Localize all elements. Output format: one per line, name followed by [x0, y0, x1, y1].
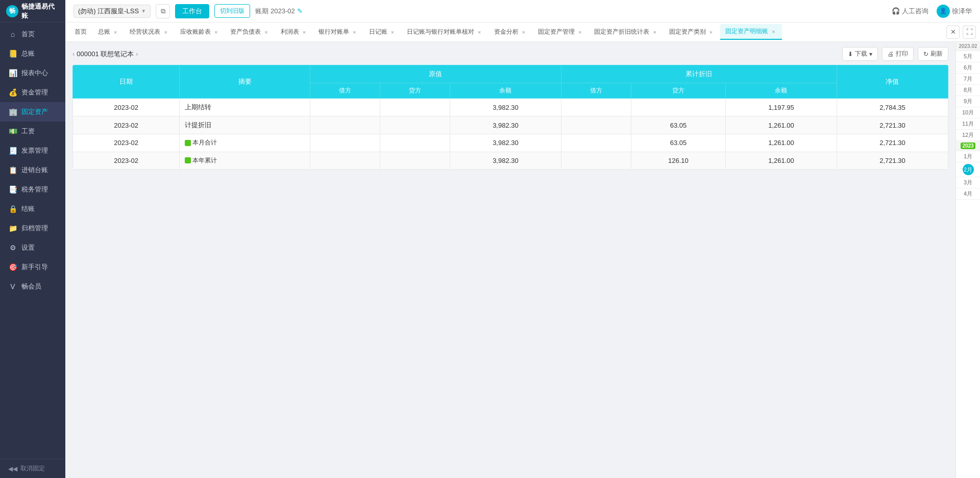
date-month-8[interactable]: 8月	[956, 85, 980, 96]
sidebar-item-archive[interactable]: 📁 归档管理	[0, 219, 65, 238]
date-month-1[interactable]: 1月	[956, 151, 980, 162]
date-month-9[interactable]: 9月	[956, 96, 980, 107]
download-btn[interactable]: ⬇ 下载 ▾	[842, 47, 878, 61]
cell-accum-balance: 1,261.00	[725, 134, 837, 152]
tab-ledger[interactable]: 总账 ×	[93, 25, 124, 39]
sidebar-label-sales: 进销台账	[21, 165, 48, 175]
tab-bank-close[interactable]: ×	[351, 29, 357, 36]
cell-orig-credit	[380, 99, 450, 116]
period-label: 账期	[255, 7, 268, 16]
sidebar-item-member[interactable]: V 畅会员	[0, 277, 65, 296]
cell-accum-credit: 63.05	[631, 134, 725, 152]
date-month-3[interactable]: 3月	[956, 177, 980, 188]
tab-capital-analysis-close[interactable]: ×	[521, 29, 527, 36]
cell-date: 2023-02	[73, 99, 180, 116]
date-month-12[interactable]: 12月	[956, 130, 980, 141]
sidebar-item-payroll[interactable]: 💵 工资	[0, 122, 65, 141]
sidebar-item-reports[interactable]: 📊 报表中心	[0, 63, 65, 83]
close-all-tabs-btn[interactable]: ✕	[946, 26, 960, 39]
breadcrumb-forward-btn[interactable]: ›	[136, 50, 138, 58]
date-month-5[interactable]: 5月	[956, 51, 980, 62]
cell-date: 2023-02	[73, 134, 180, 152]
tab-profit-close[interactable]: ×	[301, 29, 307, 36]
tab-fixed-mgmt-label: 固定资产管理	[538, 28, 575, 36]
sidebar-item-sales[interactable]: 📋 进销台账	[0, 160, 65, 180]
tabbar: 首页 总账 × 经营状况表 × 应收账龄表 × 资产负债表 × 利润表 × 银行…	[65, 22, 980, 42]
switch-version-button[interactable]: 切到旧版	[214, 4, 250, 18]
company-selector[interactable]: (勿动) 江西服皇-LSS ▼	[74, 5, 151, 18]
sidebar-item-close[interactable]: 🔒 结账	[0, 199, 65, 219]
date-month-4[interactable]: 4月	[956, 188, 980, 200]
sidebar-label-reports: 报表中心	[21, 68, 48, 78]
print-label: 打印	[896, 50, 908, 58]
date-year-2023: 2023	[956, 141, 980, 151]
tab-receivable[interactable]: 应收账龄表 ×	[175, 25, 224, 39]
guide-icon: 🎯	[8, 263, 17, 271]
tab-profit[interactable]: 利润表 ×	[276, 25, 312, 39]
tab-fixed-category-close[interactable]: ×	[708, 29, 714, 36]
user-menu[interactable]: 👤 徐泽华	[937, 5, 972, 18]
tab-business-close[interactable]: ×	[162, 29, 168, 36]
sidebar-label-capital: 资金管理	[21, 88, 48, 97]
tab-fixed-detail[interactable]: 固定资产明细账 ×	[720, 24, 781, 40]
sidebar-item-guide[interactable]: 🎯 新手引导	[0, 257, 65, 277]
sidebar-label-close: 结账	[21, 204, 35, 213]
sidebar-item-fixed-assets[interactable]: 🏢 固定资产	[0, 102, 65, 122]
sidebar-item-tax[interactable]: 📑 税务管理	[0, 180, 65, 199]
cell-accum-credit: 63.05	[631, 116, 725, 134]
tab-journal-close[interactable]: ×	[389, 29, 396, 36]
tab-fixed-mgmt-close[interactable]: ×	[577, 29, 583, 36]
sidebar-unpin-btn[interactable]: ◀◀ 取消固定	[0, 459, 65, 478]
tab-balance[interactable]: 资产负债表 ×	[225, 25, 274, 39]
tab-journal-bank[interactable]: 日记账与银行对账单核对 ×	[402, 25, 487, 39]
refresh-btn[interactable]: ↻ 刷新	[918, 47, 948, 61]
cell-net-value: 2,721.30	[837, 134, 948, 152]
table-row: 2023-02 上期结转 3,982.30 1,197.95 2,784.35	[73, 99, 948, 116]
sidebar-item-capital[interactable]: 💰 资金管理	[0, 83, 65, 102]
fullscreen-btn[interactable]: ⛶	[963, 26, 976, 39]
tab-fixed-category[interactable]: 固定资产类别 ×	[664, 25, 719, 39]
cell-summary: 计提折旧	[180, 116, 310, 134]
refresh-label: 刷新	[930, 50, 943, 58]
date-month-7[interactable]: 7月	[956, 74, 980, 85]
tab-ledger-close[interactable]: ×	[112, 29, 118, 36]
tab-journal[interactable]: 日记账 ×	[364, 25, 401, 39]
tab-home[interactable]: 首页	[69, 25, 92, 39]
sidebar-item-invoice[interactable]: 🧾 发票管理	[0, 141, 65, 160]
tab-receivable-close[interactable]: ×	[213, 29, 219, 36]
breadcrumb-back-btn[interactable]: ‹	[72, 50, 75, 58]
unpin-label: 取消固定	[20, 464, 45, 473]
tab-capital-analysis[interactable]: 资金分析 ×	[489, 25, 532, 39]
tab-bank[interactable]: 银行对账单 ×	[313, 25, 362, 39]
sidebar-item-ledger[interactable]: 📒 总账	[0, 44, 65, 63]
cell-accum-debit	[561, 134, 631, 152]
workbench-button[interactable]: 工作台	[175, 4, 209, 18]
tab-fixed-depr[interactable]: 固定资产折旧统计表 ×	[589, 25, 663, 39]
sidebar-label-archive: 归档管理	[21, 224, 48, 233]
print-btn[interactable]: 🖨 打印	[882, 47, 914, 61]
date-month-10[interactable]: 10月	[956, 107, 980, 118]
copy-company-btn[interactable]: ⧉	[156, 4, 170, 18]
tab-business[interactable]: 经营状况表 ×	[125, 25, 174, 39]
human-service-btn[interactable]: 🎧 人工咨询	[892, 7, 928, 16]
sidebar-item-home[interactable]: ⌂ 首页	[0, 25, 65, 44]
breadcrumb-bar: ‹ 000001 联想笔记本 › ⬇ 下载 ▾ 🖨 打印 ↻ 刷新	[72, 47, 948, 61]
avatar: 👤	[937, 5, 950, 18]
tab-fixed-mgmt[interactable]: 固定资产管理 ×	[533, 25, 588, 39]
tab-fixed-depr-close[interactable]: ×	[651, 29, 657, 36]
period-edit-icon[interactable]: ✎	[297, 7, 303, 15]
col-orig-debit: 借方	[310, 83, 380, 99]
tab-journal-bank-close[interactable]: ×	[476, 29, 482, 36]
copy-icon: ⧉	[161, 7, 165, 15]
sidebar-item-settings[interactable]: ⚙ 设置	[0, 238, 65, 257]
sidebar-label-member: 畅会员	[21, 282, 41, 291]
cell-orig-debit	[310, 152, 380, 170]
tab-fixed-detail-close[interactable]: ×	[770, 28, 776, 35]
date-month-11[interactable]: 11月	[956, 118, 980, 130]
download-arrow-icon: ▾	[869, 51, 872, 58]
tab-balance-close[interactable]: ×	[263, 29, 269, 36]
date-month-6[interactable]: 6月	[956, 62, 980, 74]
cell-orig-balance: 3,982.30	[450, 134, 561, 152]
date-month-2-current[interactable]: 2月	[956, 162, 980, 177]
table-row: 2023-02 计提折旧 3,982.30 63.05 1,261.00 2,7…	[73, 116, 948, 134]
